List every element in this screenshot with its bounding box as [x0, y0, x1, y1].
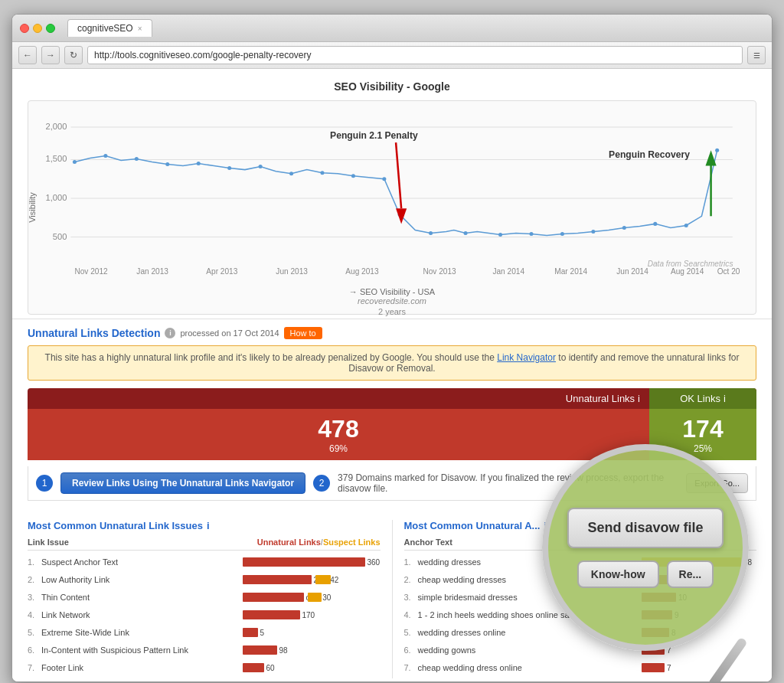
right-col-header: Anchor Text — [404, 538, 757, 551]
svg-text:Data from Searchmetrics: Data from Searchmetrics — [648, 260, 733, 268]
page-content: SEO Visibility - Google Visibility 2,000… — [12, 69, 772, 681]
review-links-button[interactable]: Review Links Using The Unnatural Links N… — [60, 472, 305, 494]
ok-links-label-area: OK Links i — [649, 388, 756, 409]
table-row: 5. Extreme Site-Wide Link 5 — [28, 626, 381, 639]
section-title: Unnatural Links Detection i processed on… — [28, 327, 756, 339]
links-stats-header: Unnatural Links i OK Links i — [28, 388, 756, 409]
svg-point-28 — [351, 174, 355, 178]
bar-red — [243, 645, 277, 655]
browser-titlebar: cognitiveSEO × — [12, 15, 772, 42]
section-title-text: Unnatural Links Detection — [28, 327, 160, 339]
address-bar[interactable]: http://tools.cognitiveseo.com/google-pen… — [87, 46, 743, 64]
bottom-section: Most Common Unnatural Link Issues i Link… — [12, 508, 772, 681]
svg-point-34 — [529, 232, 533, 236]
warning-text: This site has a highly unnatural link pr… — [45, 352, 495, 363]
tab-close-button[interactable]: × — [138, 25, 142, 33]
table-row: 7. cheap wedding dress online 7 — [404, 661, 757, 675]
back-button[interactable]: ← — [18, 46, 37, 64]
bar-red — [243, 575, 312, 584]
unnatural-count-box: 478 69% — [28, 409, 649, 460]
right-col-title-text: Most Common Unnatural A... — [404, 520, 541, 531]
svg-point-20 — [103, 154, 107, 158]
processed-date: processed on 17 Oct 2014 — [180, 328, 279, 338]
info-icon: i — [165, 328, 175, 338]
chart-timespan: 2 years — [44, 307, 740, 316]
left-col-title: Most Common Unnatural Link Issues i — [28, 520, 381, 531]
page-wrapper: SEO Visibility - Google Visibility 2,000… — [12, 69, 772, 681]
browser-menu-button[interactable]: ☰ — [747, 46, 766, 64]
tab-title: cognitiveSEO — [77, 23, 133, 34]
rbar-red — [642, 575, 684, 584]
step2-number: 2 — [313, 475, 330, 492]
unnatural-links-label-area: Unnatural Links i — [28, 388, 649, 409]
link-issue-header: Link Issue — [28, 538, 257, 547]
reload-button[interactable]: ↻ — [64, 46, 83, 64]
svg-text:Aug 2013: Aug 2013 — [345, 267, 379, 276]
table-row: 4. Link Network 170 — [28, 608, 381, 622]
export-button[interactable]: Export Go... — [686, 473, 748, 493]
maximize-button[interactable] — [46, 24, 55, 33]
svg-text:Oct 2014: Oct 2014 — [717, 267, 740, 276]
ok-count: 174 — [661, 415, 745, 443]
svg-point-21 — [135, 157, 139, 161]
svg-text:2,000: 2,000 — [46, 122, 67, 131]
rbar-red — [642, 663, 665, 672]
bar-amber — [315, 575, 331, 584]
suspect-links-header: Suspect Links — [323, 538, 381, 547]
table-row: 2. cheap wedding dresses 12 — [404, 573, 757, 587]
ok-pct: 25% — [661, 443, 745, 454]
svg-point-37 — [622, 226, 626, 230]
svg-point-40 — [715, 149, 719, 152]
chart-domain: recoveredsite.com — [44, 296, 740, 306]
right-column: Most Common Unnatural A... i Anchor Text… — [392, 520, 757, 678]
rbar-red — [642, 593, 676, 602]
unnatural-links-section: Unnatural Links Detection i processed on… — [12, 319, 772, 508]
table-row: 1. Suspect Anchor Text 360 — [28, 555, 381, 569]
table-row: 6. In-Content with Suspicious Pattern Li… — [28, 643, 381, 657]
table-row: 3. simple bridesmaid dresses 10 — [404, 590, 757, 604]
svg-point-24 — [227, 166, 231, 170]
table-row: 4. 1 - 2 inch heels wedding shoes online… — [404, 608, 757, 622]
minimize-button[interactable] — [33, 24, 42, 33]
rbar-red — [642, 645, 665, 655]
forward-button[interactable]: → — [41, 46, 60, 64]
right-col-title: Most Common Unnatural A... i — [404, 520, 757, 531]
svg-text:500: 500 — [53, 232, 67, 241]
svg-text:Jun 2013: Jun 2013 — [276, 267, 308, 276]
svg-text:Jun 2014: Jun 2014 — [616, 267, 648, 276]
svg-text:Nov 2012: Nov 2012 — [74, 267, 108, 276]
table-row: 3. Thin Content odd 30 — [28, 590, 381, 604]
bar-red — [243, 628, 258, 637]
bar-red — [243, 557, 365, 567]
rbar-orange — [642, 557, 741, 567]
table-row: 2. Low Authority Link 209 42 — [28, 573, 381, 587]
svg-point-27 — [320, 171, 324, 175]
svg-point-23 — [197, 162, 201, 165]
svg-text:Penguin Recovery: Penguin Recovery — [609, 149, 690, 160]
how-to-button[interactable]: How to — [284, 327, 322, 339]
action-row: 1 Review Links Using The Unnatural Links… — [28, 466, 756, 501]
rbar-red — [642, 610, 672, 619]
link-navigator-link[interactable]: Link Navigator — [497, 352, 556, 363]
url-text: http://tools.cognitiveseo.com/google-pen… — [94, 50, 311, 60]
browser-tab[interactable]: cognitiveSEO × — [67, 19, 152, 37]
table-row: 5. wedding dresses online 8 — [404, 626, 757, 639]
chart-svg: 2,000 1,500 1,000 500 Nov 2012 Jan 2013 … — [44, 113, 740, 281]
left-col-header: Link Issue Unnatural Links / Suspect Lin… — [28, 538, 381, 551]
svg-point-26 — [289, 172, 293, 175]
svg-text:Mar 2014: Mar 2014 — [554, 267, 587, 276]
svg-marker-43 — [396, 208, 407, 224]
ok-info-icon: i — [724, 393, 726, 404]
close-button[interactable] — [20, 24, 29, 33]
browser-toolbar: ← → ↻ http://tools.cognitiveseo.com/goog… — [12, 42, 772, 69]
svg-text:Nov 2013: Nov 2013 — [423, 267, 456, 276]
traffic-lights — [20, 24, 55, 33]
chart-y-label: Visibility — [28, 192, 37, 223]
unnatural-count: 478 — [39, 415, 638, 443]
left-col-info-icon: i — [207, 520, 210, 531]
bar-red — [243, 663, 264, 672]
svg-point-25 — [259, 165, 263, 168]
unnatural-pct: 69% — [39, 443, 638, 454]
table-row: 7. Footer Link 60 — [28, 661, 381, 675]
svg-text:1,500: 1,500 — [46, 155, 67, 164]
